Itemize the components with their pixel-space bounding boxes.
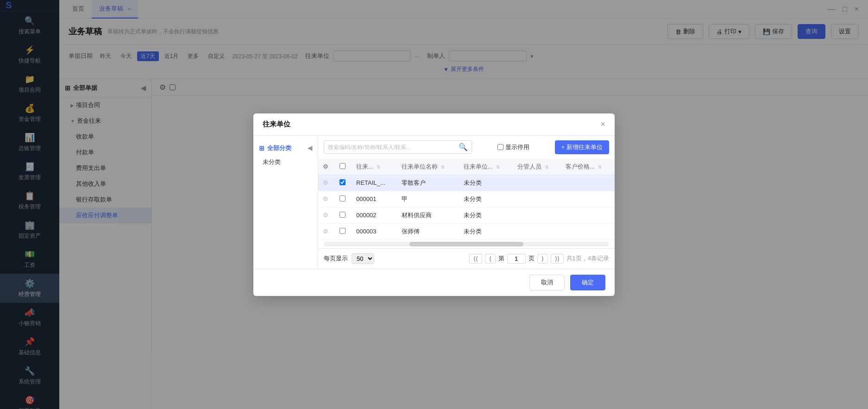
- col-price-cat: 客户价格... ⇅: [561, 159, 615, 175]
- modal-body: ⊞ 全部分类 ◀ 未分类 🔍 显示停用: [253, 136, 615, 269]
- row-checkbox[interactable]: [340, 228, 346, 234]
- row-settings-cell: ⚙: [318, 207, 335, 223]
- first-page-button[interactable]: ⟨⟨: [469, 254, 482, 264]
- modal-title: 往来单位: [263, 120, 290, 129]
- per-page-label: 每页显示: [324, 254, 348, 263]
- row-checkbox[interactable]: [340, 179, 346, 185]
- row-name-cell: 材料供应商: [397, 207, 459, 223]
- modal-category-collapse-icon[interactable]: ◀: [308, 145, 312, 151]
- row-checkbox-cell: [335, 223, 352, 239]
- show-disabled-label[interactable]: 显示停用: [497, 143, 529, 151]
- row-category-cell: 未分类: [459, 207, 513, 223]
- show-disabled-checkbox[interactable]: [497, 144, 503, 150]
- row-category-cell: 未分类: [459, 191, 513, 207]
- row-manager-cell: [513, 191, 561, 207]
- modal-search-icon: 🔍: [459, 143, 468, 151]
- select-all-checkbox[interactable]: [340, 163, 346, 169]
- modal-pagination: 每页显示 50 ⟨⟨ ⟨ 第 页 ⟩ ⟩⟩ 共1页，4条记录: [318, 248, 615, 269]
- add-partner-button[interactable]: + 新增往来单位: [555, 140, 609, 154]
- row-settings-icon[interactable]: ⚙: [323, 179, 328, 186]
- modal-close-button[interactable]: ×: [600, 120, 605, 128]
- modal-overlay: 往来单位 × ⊞ 全部分类 ◀ 未分类 🔍: [0, 0, 868, 409]
- sort-code-icon: ⇅: [377, 164, 380, 170]
- row-price-cat-cell: [561, 207, 615, 223]
- modal-search-box[interactable]: 🔍: [324, 140, 472, 154]
- sort-name-icon: ⇅: [441, 164, 445, 170]
- row-settings-icon[interactable]: ⚙: [323, 195, 328, 202]
- row-name-cell: 张师傅: [397, 223, 459, 239]
- col-code: 往来... ⇅: [352, 159, 397, 175]
- row-checkbox-cell: [335, 175, 352, 191]
- cancel-button[interactable]: 取消: [529, 275, 565, 290]
- col-name: 往来单位名称 ⇅: [397, 159, 459, 175]
- table-row[interactable]: ⚙ 000002 材料供应商 未分类: [318, 207, 615, 223]
- row-manager-cell: [513, 175, 561, 191]
- row-checkbox[interactable]: [340, 212, 346, 218]
- row-settings-cell: ⚙: [318, 223, 335, 239]
- sort-price-cat-icon: ⇅: [598, 164, 602, 170]
- row-settings-icon[interactable]: ⚙: [323, 228, 328, 235]
- modal-category-unclassified[interactable]: 未分类: [253, 155, 318, 169]
- row-manager-cell: [513, 223, 561, 239]
- modal-header: 往来单位 ×: [253, 113, 615, 136]
- row-code-cell: 000002: [352, 207, 397, 223]
- row-manager-cell: [513, 207, 561, 223]
- pagination-right: ⟨⟨ ⟨ 第 页 ⟩ ⟩⟩ 共1页，4条记录: [469, 254, 609, 264]
- col-manager: 分管人员 ⇅: [513, 159, 561, 175]
- modal-table: ⚙ 往来... ⇅ 往来单位名称: [318, 159, 615, 240]
- page-label: 第: [498, 254, 504, 263]
- row-checkbox-cell: [335, 191, 352, 207]
- show-disabled-text: 显示停用: [505, 143, 529, 151]
- horizontal-scrollbar[interactable]: [324, 242, 609, 246]
- row-checkbox-cell: [335, 207, 352, 223]
- modal-right-panel: 🔍 显示停用 + 新增往来单位: [318, 136, 615, 269]
- settings-icon[interactable]: ⚙: [323, 163, 328, 170]
- modal-toolbar: 🔍 显示停用 + 新增往来单位: [318, 136, 615, 159]
- row-settings-cell: ⚙: [318, 191, 335, 207]
- modal-category-header: ⊞ 全部分类 ◀: [253, 141, 318, 155]
- row-price-cat-cell: [561, 191, 615, 207]
- partner-modal: 往来单位 × ⊞ 全部分类 ◀ 未分类 🔍: [253, 113, 615, 296]
- row-category-cell: 未分类: [459, 175, 513, 191]
- row-code-cell: 000003: [352, 223, 397, 239]
- total-info: 共1页，4条记录: [566, 254, 609, 263]
- row-name-cell: 零散客户: [397, 175, 459, 191]
- col-category: 往来单位... ⇅: [459, 159, 513, 175]
- table-row[interactable]: ⚙ 000003 张师傅 未分类: [318, 223, 615, 239]
- row-name-cell: 甲: [397, 191, 459, 207]
- modal-footer: 取消 确定: [253, 269, 615, 296]
- row-code-cell: RETAIL_...: [352, 175, 397, 191]
- last-page-button[interactable]: ⟩⟩: [551, 254, 564, 264]
- sort-manager-icon: ⇅: [545, 164, 549, 170]
- row-settings-cell: ⚙: [318, 175, 335, 191]
- modal-category-title: 全部分类: [267, 144, 291, 152]
- table-row[interactable]: ⚙ 000001 甲 未分类: [318, 191, 615, 207]
- page-number-input[interactable]: [507, 254, 526, 264]
- row-price-cat-cell: [561, 175, 615, 191]
- table-header-row: ⚙ 往来... ⇅ 往来单位名称: [318, 159, 615, 175]
- page-unit: 页: [528, 254, 535, 263]
- sort-category-icon: ⇅: [496, 164, 500, 170]
- row-price-cat-cell: [561, 223, 615, 239]
- row-checkbox[interactable]: [340, 195, 346, 201]
- col-checkbox: [335, 159, 352, 175]
- modal-search-input[interactable]: [328, 144, 456, 151]
- scrollbar-thumb[interactable]: [409, 242, 523, 246]
- pagination-left: 每页显示 50: [324, 253, 374, 264]
- per-page-select[interactable]: 50: [352, 253, 374, 264]
- add-partner-label: + 新增往来单位: [561, 143, 603, 151]
- modal-category-panel: ⊞ 全部分类 ◀ 未分类: [253, 136, 318, 269]
- table-row[interactable]: ⚙ RETAIL_... 零散客户 未分类: [318, 175, 615, 191]
- next-page-button[interactable]: ⟩: [537, 254, 548, 264]
- prev-page-button[interactable]: ⟨: [485, 254, 496, 264]
- category-grid-icon: ⊞: [259, 145, 264, 152]
- row-code-cell: 000001: [352, 191, 397, 207]
- row-settings-icon[interactable]: ⚙: [323, 212, 328, 219]
- col-settings: ⚙: [318, 159, 335, 175]
- row-category-cell: 未分类: [459, 223, 513, 239]
- confirm-button[interactable]: 确定: [570, 275, 605, 290]
